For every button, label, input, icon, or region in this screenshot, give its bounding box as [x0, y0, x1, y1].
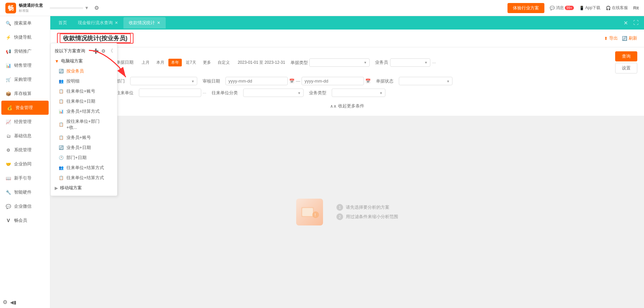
sidebar-item-wechat[interactable]: 💬 企业微信 — [0, 199, 50, 213]
scheme-item-8[interactable]: 🕐 部门+日期 — [51, 153, 117, 163]
scheme-item-10[interactable]: 📋 往来单位+结算方式 — [51, 173, 117, 183]
date-tab-more[interactable]: 更多 — [200, 59, 214, 66]
vip-icon: V — [5, 217, 11, 223]
sidebar-item-collab[interactable]: 🤝 企业协同 — [0, 157, 50, 171]
sidebar-item-guide[interactable]: 📖 新手引导 — [0, 171, 50, 185]
svg-text:!: ! — [315, 213, 316, 217]
counterpart-cat-wrapper — [243, 89, 304, 97]
date-tab-thisyear[interactable]: 本年 — [168, 59, 182, 66]
tab-home-label: 首页 — [58, 20, 67, 26]
sidebar-item-operations[interactable]: 📈 经营管理 — [0, 115, 50, 129]
sidebar-item-purchase[interactable]: 🛒 采购管理 — [0, 72, 50, 87]
tab-home[interactable]: 首页 — [53, 17, 72, 29]
review-date-end[interactable] — [302, 77, 364, 85]
sidebar-label-collab: 企业协同 — [14, 161, 32, 167]
date-range-display: 2023-01-01 至 2023-12-31 — [238, 60, 285, 65]
message-icon: 💬 — [550, 6, 555, 10]
scheme-item-label-7: 业务员+日期 — [66, 145, 91, 151]
scheme-item-label-4: 业务员+结算方式 — [66, 108, 100, 114]
sidebar-item-basic[interactable]: 🗂 基础信息 — [0, 129, 50, 143]
dept-select[interactable] — [130, 77, 197, 85]
scheme-item-icon-9: 👥 — [59, 165, 64, 170]
scheme-item-6[interactable]: 📋 业务员+账号 — [51, 133, 117, 143]
dropdown-icon[interactable]: ▼ — [85, 5, 89, 10]
sidebar-item-inventory[interactable]: 📦 库存核算 — [0, 87, 50, 101]
logo-text: 畅捷通好生意 — [19, 3, 43, 8]
download-btn[interactable]: 📱 App下载 — [579, 5, 600, 11]
date-tab-custom[interactable]: 自定义 — [215, 59, 232, 66]
sidebar-item-search[interactable]: 🔍 搜索菜单 — [0, 16, 50, 30]
salesperson-select[interactable] — [390, 58, 430, 67]
counterpart-more-icon[interactable]: ··· — [203, 90, 206, 95]
content-area: 首页 现金银行流水查询 ✕ 收款情况统计 ✕ ✕ ⛶ — [50, 16, 644, 308]
doc-status-label: 单据状态 — [376, 78, 393, 84]
header-actions: 💬 消息 99+ 📱 App下载 🎧 在线客服 Rit — [550, 5, 639, 11]
sidebar-item-vip[interactable]: V 畅会员 — [0, 213, 50, 227]
scheme-item-2[interactable]: 📋 往来单位+账号 — [51, 86, 117, 96]
sidebar-item-quicknav[interactable]: ⚡ 快捷导航 — [0, 30, 50, 44]
scheme-item-label-6: 业务员+账号 — [66, 135, 91, 141]
export-btn[interactable]: ⬆ 导出 — [604, 35, 618, 41]
industry-btn[interactable]: 体验行业方案 — [507, 3, 544, 13]
review-date-start[interactable] — [225, 77, 288, 85]
panel-collapse-icon[interactable]: 《 — [108, 48, 113, 54]
sidebar-collapse-icon[interactable]: ◀▮ — [10, 300, 16, 305]
scheme-item-5[interactable]: 📋 按往来单位+部门+收... — [51, 116, 117, 133]
quicknav-icon: ⚡ — [5, 34, 11, 40]
sidebar-item-hardware[interactable]: 🔧 智能硬件 — [0, 185, 50, 199]
scheme-item-0[interactable]: 🔄 按业务员 — [51, 66, 117, 76]
calendar-icon-2[interactable]: 📅 — [365, 79, 371, 84]
scheme-item-4[interactable]: 📊 业务员+结算方式 — [51, 106, 117, 116]
review-date-label: 审核日期 — [203, 78, 220, 84]
chevron-right-icon: ▶ — [55, 186, 58, 191]
sidebar-item-sales[interactable]: 📊 销售管理 — [0, 58, 50, 72]
scheme-item-label-1: 按明细 — [66, 78, 79, 84]
settings-btn[interactable]: 设置 — [615, 63, 637, 73]
biz-type-select[interactable] — [332, 89, 385, 97]
tab-maximize-icon[interactable]: ⛶ — [631, 20, 641, 26]
sidebar-item-system[interactable]: ⚙ 系统管理 — [0, 143, 50, 157]
scheme-item-9[interactable]: 👥 往来单位+结算方式 — [51, 163, 117, 173]
query-btn[interactable]: 查询 — [615, 51, 637, 61]
date-tab-7days[interactable]: 近7天 — [183, 59, 199, 66]
system-icon: ⚙ — [5, 147, 11, 153]
counterpart-input[interactable] — [139, 89, 201, 97]
sidebar-label-purchase: 采购管理 — [14, 76, 32, 83]
counterpart-cat-select[interactable] — [243, 89, 304, 97]
calendar-icon-1[interactable]: 📅 — [289, 79, 294, 84]
tab-collection-close-icon[interactable]: ✕ — [157, 20, 160, 25]
message-btn[interactable]: 💬 消息 99+ — [550, 5, 574, 11]
sidebar-item-finance[interactable]: 💰 资金管理 — [1, 101, 49, 115]
scheme-item-7[interactable]: 🔄 业务员+日期 — [51, 143, 117, 153]
scheme-item-icon-1: 👥 — [59, 79, 64, 84]
doc-type-wrapper: 单据类型 — [290, 58, 370, 67]
scheme-item-3[interactable]: 📋 往来单位+日期 — [51, 96, 117, 106]
date-tab-lastmonth[interactable]: 上月 — [139, 59, 152, 66]
service-btn[interactable]: 🎧 在线客服 — [606, 5, 628, 11]
sidebar-settings-icon[interactable]: ⚙ — [3, 299, 7, 305]
finance-icon: 💰 — [7, 105, 13, 111]
tab-collection-stat[interactable]: 收款情况统计 ✕ — [123, 17, 166, 29]
settings-icon[interactable]: ⚙ — [94, 5, 99, 11]
refresh-btn[interactable]: 🔄 刷新 — [622, 35, 637, 41]
salesperson-more-icon[interactable]: ··· — [432, 60, 436, 65]
scheme-item-1[interactable]: 👥 按明细 — [51, 76, 117, 86]
tab-bank-close-icon[interactable]: ✕ — [115, 20, 118, 25]
mobile-group-title[interactable]: ▶ 移动端方案 — [51, 183, 117, 193]
date-tab-thismonth[interactable]: 本月 — [154, 59, 167, 66]
tab-close-all-icon[interactable]: ✕ — [621, 20, 631, 26]
tab-bank-flow[interactable]: 现金银行流水查询 ✕ — [72, 17, 123, 29]
doc-status-select[interactable] — [399, 77, 452, 85]
panel-title: 按以下方案查询 — [55, 48, 85, 54]
doc-type-select[interactable] — [309, 58, 370, 67]
sidebar-item-marketing[interactable]: 📢 营销推广 — [0, 44, 50, 58]
hardware-icon: 🔧 — [5, 189, 11, 195]
desktop-group-title[interactable]: ▼ 电脑端方案 — [51, 56, 117, 66]
panel-add-icon[interactable]: ➕ — [93, 48, 99, 54]
user-name[interactable]: Rit — [633, 5, 639, 10]
scheme-item-icon-2: 📋 — [59, 89, 64, 94]
collapse-btn[interactable]: ∧∧ 收起更多条件 — [57, 100, 637, 112]
panel-settings-icon[interactable]: ⚙ — [101, 48, 106, 54]
empty-illustration: ! 1 请先选择要分析的方案 2 用过滤条件来缩小分析范围 — [296, 199, 398, 225]
page-title-wrapper: 收款情况统计(按业务员) — [57, 33, 133, 44]
